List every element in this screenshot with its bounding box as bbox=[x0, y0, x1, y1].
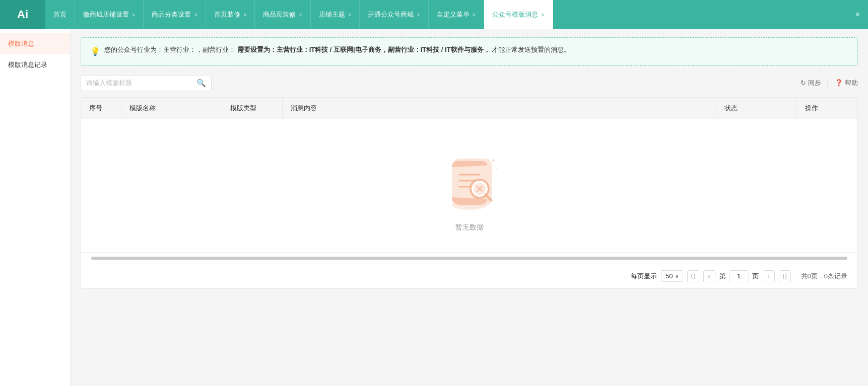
empty-illustration: ✦ · ✦ bbox=[437, 149, 502, 215]
sync-button[interactable]: ↻ 同步 bbox=[800, 79, 821, 88]
page-size-dropdown-icon: ∨ bbox=[675, 273, 679, 279]
scrollbar-area[interactable] bbox=[81, 252, 857, 264]
nav-tab-weishop[interactable]: 微商城店铺设置 × bbox=[75, 0, 144, 29]
sidebar-item-template-msg[interactable]: 模版消息 bbox=[0, 33, 70, 54]
nav-tab-homepage[interactable]: 首页装修 × bbox=[206, 0, 255, 29]
page-first-button[interactable]: ⟨⟨ bbox=[687, 270, 699, 282]
nav-tab-homepage-label: 首页装修 bbox=[214, 10, 240, 19]
page-label: 第 bbox=[719, 272, 726, 281]
page-unit: 页 bbox=[752, 272, 759, 281]
toolbar-actions: ↻ 同步 | ❓ 帮助 bbox=[800, 79, 858, 88]
col-status: 状态 bbox=[716, 98, 797, 119]
nav-tab-templatemsg[interactable]: 公众号模版消息 × bbox=[484, 0, 553, 29]
page-size-label: 每页显示 bbox=[631, 272, 657, 281]
app-logo: Ai bbox=[0, 0, 45, 29]
search-toolbar: 🔍 ↻ 同步 | ❓ 帮助 bbox=[81, 75, 858, 91]
search-icon[interactable]: 🔍 bbox=[196, 79, 206, 88]
help-icon: ❓ bbox=[835, 79, 843, 87]
notice-banner: 💡 您的公众号行业为：主营行业：，副营行业： 需要设置为：主营行业：IT科技 /… bbox=[81, 37, 858, 66]
nav-tab-category-close[interactable]: × bbox=[194, 12, 197, 18]
nav-tab-home[interactable]: 首页 bbox=[45, 0, 75, 29]
nav-tab-custommenu-label: 自定义菜单 bbox=[437, 10, 470, 19]
sidebar-item-template-msg-record[interactable]: 模版消息记录 bbox=[0, 54, 70, 75]
nav-tab-theme[interactable]: 店铺主题 × bbox=[311, 0, 360, 29]
pagination: 每页显示 50 ∨ ⟨⟨ ‹ 第 页 › bbox=[81, 264, 857, 288]
nav-close-all-button[interactable]: × bbox=[847, 10, 868, 19]
nav-tab-openstore-close[interactable]: × bbox=[417, 12, 420, 18]
col-action: 操作 bbox=[797, 98, 857, 119]
nav-tab-productpage-label: 商品页装修 bbox=[263, 10, 296, 19]
sync-icon: ↻ bbox=[800, 79, 806, 87]
nav-tab-homepage-close[interactable]: × bbox=[243, 12, 246, 18]
empty-text: 暂无数据 bbox=[455, 223, 484, 232]
page-input-group: 第 页 bbox=[719, 270, 759, 282]
nav-tab-openstore[interactable]: 开通公众号商城 × bbox=[360, 0, 428, 29]
data-table: 序号 模版名称 模版类型 消息内容 状态 操作 bbox=[81, 97, 858, 289]
nav-tab-custommenu[interactable]: 自定义菜单 × bbox=[429, 0, 484, 29]
nav-tab-home-label: 首页 bbox=[53, 10, 66, 19]
svg-text:·: · bbox=[485, 153, 486, 158]
horizontal-scrollbar[interactable] bbox=[91, 257, 847, 260]
page-prev-icon: ‹ bbox=[708, 273, 710, 280]
nav-tab-productpage-close[interactable]: × bbox=[299, 12, 302, 18]
content-area: 💡 您的公众号行业为：主营行业：，副营行业： 需要设置为：主营行业：IT科技 /… bbox=[71, 29, 868, 386]
nav-tab-templatemsg-label: 公众号模版消息 bbox=[492, 10, 538, 19]
nav-tab-weishop-close[interactable]: × bbox=[132, 12, 135, 18]
page-last-icon: ⟩⟩ bbox=[782, 273, 787, 280]
empty-state: ✦ · ✦ 暂无数据 bbox=[81, 119, 857, 252]
nav-tab-templatemsg-close[interactable]: × bbox=[541, 12, 544, 18]
col-name: 模版名称 bbox=[121, 98, 222, 119]
col-type: 模版类型 bbox=[222, 98, 283, 119]
col-seq: 序号 bbox=[81, 98, 121, 119]
col-content: 消息内容 bbox=[283, 98, 716, 119]
nav-tab-category[interactable]: 商品分类设置 × bbox=[144, 0, 206, 29]
total-info: 共0页，0条记录 bbox=[801, 272, 847, 281]
nav-tab-openstore-label: 开通公众号商城 bbox=[368, 10, 414, 19]
notice-highlight: 需要设置为：主营行业：IT科技 / 互联网|电子商务，副营行业：IT科技 / I… bbox=[237, 46, 490, 53]
sidebar: 模版消息 模版消息记录 bbox=[0, 29, 71, 386]
nav-tab-theme-close[interactable]: × bbox=[348, 12, 351, 18]
toolbar-divider: | bbox=[827, 79, 829, 87]
nav-tab-weishop-label: 微商城店铺设置 bbox=[83, 10, 129, 19]
page-next-button[interactable]: › bbox=[763, 270, 775, 282]
notice-text: 您的公众号行业为：主营行业：，副营行业： 需要设置为：主营行业：IT科技 / 互… bbox=[104, 45, 570, 55]
page-first-icon: ⟨⟨ bbox=[691, 273, 696, 280]
nav-tabs: 首页 微商城店铺设置 × 商品分类设置 × 首页装修 × 商品页装修 × 店铺主… bbox=[45, 0, 847, 29]
nav-tab-productpage[interactable]: 商品页装修 × bbox=[255, 0, 310, 29]
svg-text:✦: ✦ bbox=[495, 167, 498, 170]
page-last-button[interactable]: ⟩⟩ bbox=[779, 270, 791, 282]
help-button[interactable]: ❓ 帮助 bbox=[835, 79, 858, 88]
nav-tab-category-label: 商品分类设置 bbox=[152, 10, 191, 19]
page-prev-button[interactable]: ‹ bbox=[703, 270, 715, 282]
page-size-value: 50 bbox=[665, 272, 673, 280]
table-header: 序号 模版名称 模版类型 消息内容 状态 操作 bbox=[81, 98, 857, 119]
main-layout: 模版消息 模版消息记录 💡 您的公众号行业为：主营行业：，副营行业： 需要设置为… bbox=[0, 29, 868, 386]
search-input[interactable] bbox=[86, 79, 196, 87]
page-number-input[interactable] bbox=[729, 270, 749, 282]
page-next-icon: › bbox=[768, 273, 770, 280]
search-box: 🔍 bbox=[81, 75, 212, 91]
svg-text:✦: ✦ bbox=[491, 158, 495, 163]
page-size-select[interactable]: 50 ∨ bbox=[661, 270, 683, 282]
nav-tab-custommenu-close[interactable]: × bbox=[473, 12, 476, 18]
nav-tab-theme-label: 店铺主题 bbox=[319, 10, 345, 19]
notice-icon: 💡 bbox=[90, 45, 100, 58]
top-nav: Ai 首页 微商城店铺设置 × 商品分类设置 × 首页装修 × 商品页装修 × … bbox=[0, 0, 868, 29]
